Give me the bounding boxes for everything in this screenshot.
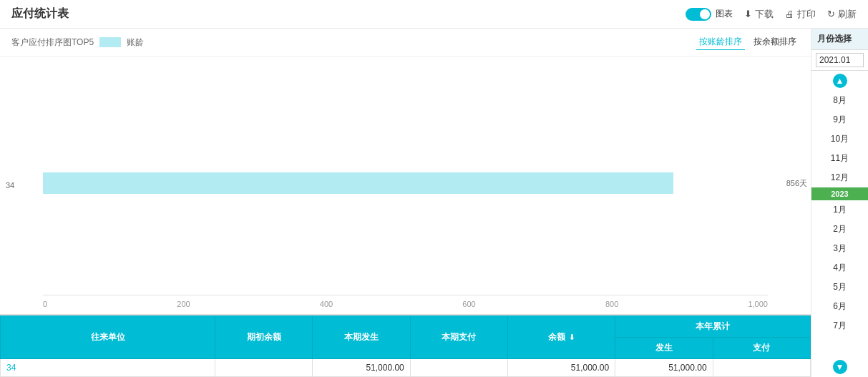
th-ytd-pay: 支付 (713, 338, 810, 359)
chart-toggle-label: 图表 (716, 8, 733, 20)
sort-by-amount-button[interactable]: 按余额排序 (751, 34, 799, 50)
sidebar-month-item[interactable]: 8月 (811, 91, 868, 110)
legend-title: 客户应付排序图TOP5 (11, 36, 94, 49)
table-section: 往来单位 期初余额 本期发生 本期支付 余额 ⬇ 本年累计 发生 (0, 314, 811, 377)
download-icon: ⬇ (744, 9, 752, 19)
bar-fill (43, 172, 673, 194)
sidebar-month-item[interactable]: 2月 (811, 220, 868, 239)
td-ytd-occur: 51,000.00 (615, 359, 713, 377)
sidebar-month-item[interactable]: 6月 (811, 297, 868, 316)
legend-box (99, 37, 121, 47)
sidebar-month-item[interactable]: 5月 (811, 278, 868, 297)
th-period-occur: 本期发生 (313, 316, 410, 359)
table-row: 34 51,000.00 51,000.00 51,000.00 (1, 359, 811, 377)
data-table: 往来单位 期初余额 本期发生 本期支付 余额 ⬇ 本年累计 发生 (0, 315, 811, 377)
down-arrow-icon[interactable]: ▼ (833, 360, 847, 374)
th-ytd-occur: 发生 (615, 338, 713, 359)
legend-item-label: 账龄 (127, 36, 144, 49)
sidebar-months: 8月9月10月11月12月20231月2月3月4月5月6月7月 (811, 91, 868, 357)
bar-y-label: 34 (6, 181, 14, 190)
x-tick-800: 800 (605, 300, 618, 308)
print-button[interactable]: 🖨 打印 (785, 8, 816, 21)
sidebar-month-item[interactable]: 10月 (811, 129, 868, 149)
sidebar: 月份选择 ▲ 8月9月10月11月12月20231月2月3月4月5月6月7月 ▼ (811, 29, 868, 377)
download-button[interactable]: ⬇ 下载 (744, 8, 774, 21)
sidebar-nav-up[interactable]: ▲ (811, 71, 868, 91)
th-ytd: 本年累计 (615, 316, 811, 338)
header: 应付统计表 图表 ⬇ 下载 🖨 打印 ↻ 刷新 (0, 0, 868, 29)
x-axis-line (43, 295, 768, 295)
refresh-icon: ↻ (827, 9, 835, 19)
chart-body: 34 856天 0 200 400 600 800 1,000 (0, 57, 811, 314)
page-container: 应付统计表 图表 ⬇ 下载 🖨 打印 ↻ 刷新 (0, 0, 868, 377)
x-axis: 0 200 400 600 800 1,000 (43, 300, 768, 308)
up-arrow-icon[interactable]: ▲ (833, 74, 847, 88)
sidebar-month-item[interactable]: 2023 (811, 187, 868, 200)
td-unit-name: 34 (1, 359, 215, 377)
sidebar-month-item[interactable]: 3月 (811, 239, 868, 258)
chart-header: 客户应付排序图TOP5 账龄 按账龄排序 按余额排序 (0, 29, 811, 57)
th-unit-name: 往来单位 (1, 316, 215, 359)
sidebar-month-item[interactable]: 11月 (811, 149, 868, 168)
th-period-pay: 本期支付 (410, 316, 507, 359)
print-icon: 🖨 (785, 9, 794, 19)
x-tick-1000: 1,000 (748, 300, 768, 308)
x-tick-600: 600 (462, 300, 475, 308)
td-period-occur: 51,000.00 (313, 359, 410, 377)
page-title: 应付统计表 (11, 6, 69, 21)
td-ytd-pay (713, 359, 810, 377)
sidebar-month-item[interactable]: 7月 (811, 316, 868, 336)
sidebar-title: 月份选择 (811, 29, 868, 50)
th-balance: 余额 ⬇ (508, 316, 615, 359)
sidebar-nav-down[interactable]: ▼ (811, 357, 868, 377)
refresh-button[interactable]: ↻ 刷新 (827, 8, 857, 21)
td-balance: 51,000.00 (508, 359, 615, 377)
td-period-balance (215, 359, 313, 377)
bar-row: 856天 (43, 172, 768, 194)
x-tick-0: 0 (43, 300, 47, 308)
sidebar-month-item[interactable]: 9月 (811, 110, 868, 129)
chart-toggle-wrapper: 图表 (686, 8, 733, 21)
main-content: 客户应付排序图TOP5 账龄 按账龄排序 按余额排序 34 856天 (0, 29, 868, 377)
sidebar-month-item[interactable]: 4月 (811, 258, 868, 278)
th-period-balance: 期初余额 (215, 316, 313, 359)
sidebar-year-input[interactable] (816, 53, 864, 67)
bar-value-label: 856天 (786, 178, 807, 189)
sidebar-year-input-wrapper (811, 50, 868, 71)
sort-by-balance-button[interactable]: 按账龄排序 (696, 34, 745, 50)
chart-toggle[interactable] (686, 8, 711, 21)
sort-buttons: 按账龄排序 按余额排序 (696, 34, 799, 50)
chart-section: 客户应付排序图TOP5 账龄 按账龄排序 按余额排序 34 856天 (0, 29, 811, 377)
sidebar-month-item[interactable]: 12月 (811, 168, 868, 187)
x-tick-200: 200 (177, 300, 190, 308)
sidebar-month-item[interactable]: 1月 (811, 200, 868, 220)
td-period-pay (410, 359, 507, 377)
chart-legend: 客户应付排序图TOP5 账龄 (11, 36, 144, 49)
x-tick-400: 400 (320, 300, 333, 308)
header-actions: 图表 ⬇ 下载 🖨 打印 ↻ 刷新 (686, 8, 857, 21)
